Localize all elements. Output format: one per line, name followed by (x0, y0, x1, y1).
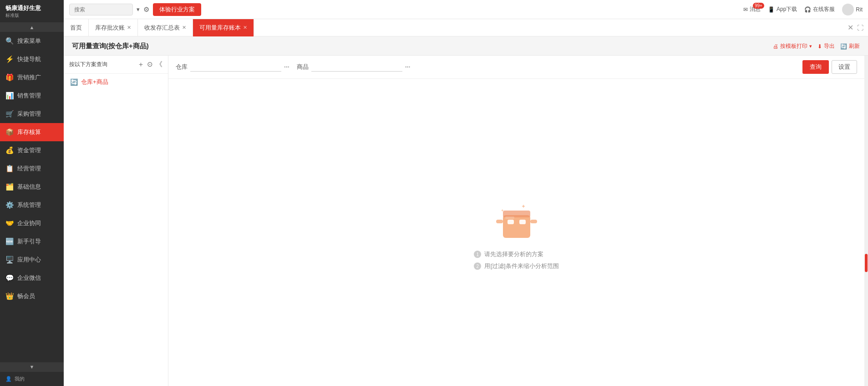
filter-actions: 查询 设置 (802, 60, 857, 74)
product-input[interactable] (311, 63, 402, 72)
print-action[interactable]: 🖨 按模板打印 ▾ (773, 42, 812, 50)
sidebar-nav: 🔍搜索菜单⚡快捷导航🎁营销推广📊销售管理🛒采购管理📦库存核算💰资金管理📋经营管理… (0, 32, 64, 362)
logo: 畅康通好生意 标准版 (0, 0, 64, 23)
sidebar-item-quicknav[interactable]: ⚡快捷导航 (0, 50, 64, 68)
print-icon: 🖨 (773, 43, 778, 50)
dropdown-icon[interactable]: ▾ (137, 6, 140, 13)
sidebar-item-finance[interactable]: 💰资金管理 (0, 141, 64, 160)
sidebar-item-inventory[interactable]: 📦库存核算 (0, 123, 64, 141)
mobile-icon: 📱 (768, 6, 775, 13)
tab-batch-label: 库存批次账 (95, 24, 125, 32)
sidebar-label-guide: 新手引导 (17, 237, 41, 246)
sidebar-icon-sales: 📊 (5, 92, 14, 100)
print-dropdown-icon[interactable]: ▾ (809, 43, 812, 49)
sidebar-bottom-label: 我的 (15, 376, 25, 382)
tab-home-label: 首页 (70, 24, 82, 32)
sidebar-icon-purchase: 🛒 (5, 110, 14, 118)
settings-button[interactable]: 设置 (832, 60, 857, 74)
sidebar-label-inventory: 库存核算 (17, 128, 41, 136)
tab-batch-close[interactable]: ✕ (127, 25, 131, 31)
sidebar-icon-inventory: 📦 (5, 128, 14, 136)
sidebar-icon-marketing: 🎁 (5, 73, 14, 82)
app-download-action[interactable]: 📱 App下载 (768, 5, 797, 13)
sidebar-scroll-down[interactable]: ▼ (0, 362, 64, 371)
settings-scheme-icon[interactable]: ⊙ (147, 60, 153, 69)
sidebar-icon-corpwx: 💬 (5, 274, 14, 282)
sidebar-label-marketing: 营销推广 (17, 73, 41, 82)
filter-bar: 仓库 ··· 商品 ··· 查询 设置 (168, 56, 864, 79)
sidebar-item-corp[interactable]: 🤝企业协同 (0, 214, 64, 232)
tab-batch[interactable]: 库存批次账 ✕ (89, 19, 138, 36)
empty-step-2: 2 用[过滤]条件来缩小分析范围 (474, 262, 558, 270)
sidebar-item-system[interactable]: ⚙️系统管理 (0, 196, 64, 214)
tab-expand-icon[interactable]: ⛶ (857, 24, 863, 31)
refresh-action[interactable]: 🔄 刷新 (840, 42, 860, 50)
warehouse-more-icon[interactable]: ··· (284, 63, 289, 71)
topbar: ▾ ⚙ 体验行业方案 ✉ 消息 99+ 📱 App下载 🎧 在线客服 Rit (64, 0, 868, 19)
sidebar-icon-guide: 🆕 (5, 237, 14, 246)
scheme-item-icon: 🔄 (70, 78, 78, 86)
tab-summary[interactable]: 收发存汇总表 ✕ (138, 19, 193, 36)
left-panel-title: 按以下方案查询 (69, 61, 107, 68)
svg-rect-6 (530, 220, 537, 223)
sidebar-icon-finance: 💰 (5, 146, 14, 154)
tab-available-label: 可用量库存账本 (199, 24, 241, 32)
sidebar-label-system: 系统管理 (17, 201, 41, 209)
search-input[interactable] (69, 4, 133, 15)
tab-available-close[interactable]: ✕ (243, 25, 247, 31)
refresh-icon: 🔄 (840, 43, 847, 50)
product-more-icon[interactable]: ··· (405, 63, 411, 71)
sidebar-item-member[interactable]: 👑畅会员 (0, 287, 64, 305)
tab-summary-close[interactable]: ✕ (182, 25, 186, 31)
tab-home[interactable]: 首页 (64, 19, 89, 36)
sidebar-label-corp: 企业协同 (17, 219, 41, 227)
svg-text:✦: ✦ (501, 208, 504, 213)
sidebar-label-sales: 销售管理 (17, 92, 41, 100)
message-action[interactable]: ✉ 消息 99+ (743, 5, 761, 13)
empty-state: ✦ ✦ 1 请先选择要分析的方案 2 用[过滤]条件来缩小分析范围 (168, 79, 864, 386)
sidebar-item-sales[interactable]: 📊销售管理 (0, 87, 64, 105)
tab-close-icon[interactable]: ✕ (848, 23, 853, 32)
export-action[interactable]: ⬇ 导出 (817, 42, 835, 50)
sidebar-scroll-up[interactable]: ▲ (0, 23, 64, 32)
sidebar-icon-search: 🔍 (5, 37, 14, 45)
scrollbar-thumb (865, 254, 868, 272)
page-header: 可用量查询(按仓库+商品) 🖨 按模板打印 ▾ ⬇ 导出 🔄 刷新 (64, 36, 868, 56)
sidebar-label-purchase: 采购管理 (17, 110, 41, 118)
sidebar-icon-system: ⚙️ (5, 201, 14, 209)
topbar-right: ✉ 消息 99+ 📱 App下载 🎧 在线客服 Rit (743, 4, 863, 15)
right-panel: 仓库 ··· 商品 ··· 查询 设置 (168, 56, 864, 386)
sidebar-item-corpwx[interactable]: 💬企业微信 (0, 269, 64, 287)
scheme-item-warehouse-product[interactable]: 🔄 仓库+商品 (64, 74, 168, 90)
user-menu[interactable]: Rit (842, 4, 863, 15)
add-scheme-icon[interactable]: ＋ (137, 60, 144, 69)
refresh-label: 刷新 (849, 42, 860, 50)
settings-icon[interactable]: ⚙ (143, 5, 149, 14)
sidebar-item-search[interactable]: 🔍搜索菜单 (0, 32, 64, 50)
sidebar-item-guide[interactable]: 🆕新手引导 (0, 232, 64, 251)
sidebar-label-basic: 基础信息 (17, 183, 41, 191)
sidebar-label-operation: 经营管理 (17, 165, 41, 173)
svg-rect-5 (496, 220, 503, 223)
sidebar-item-marketing[interactable]: 🎁营销推广 (0, 68, 64, 87)
sidebar-icon-appcenter: 🖥️ (5, 256, 14, 264)
tab-available[interactable]: 可用量库存账本 ✕ (193, 19, 254, 36)
sidebar-item-appcenter[interactable]: 🖥️应用中心 (0, 251, 64, 269)
query-button[interactable]: 查询 (802, 60, 829, 74)
sidebar-item-basic[interactable]: 🗂️基础信息 (0, 178, 64, 196)
page-header-actions: 🖨 按模板打印 ▾ ⬇ 导出 🔄 刷新 (773, 42, 860, 50)
industry-btn[interactable]: 体验行业方案 (153, 3, 201, 16)
tabs-bar: 首页 库存批次账 ✕ 收发存汇总表 ✕ 可用量库存账本 ✕ ✕ ⛶ (64, 19, 868, 36)
main-area: ▾ ⚙ 体验行业方案 ✉ 消息 99+ 📱 App下载 🎧 在线客服 Rit (64, 0, 868, 386)
collapse-icon[interactable]: 《 (156, 60, 162, 69)
sidebar-item-operation[interactable]: 📋经营管理 (0, 160, 64, 178)
empty-step-1-text: 请先选择要分析的方案 (484, 250, 543, 258)
empty-step-2-text: 用[过滤]条件来缩小分析范围 (484, 262, 558, 270)
right-scrollbar[interactable] (864, 56, 868, 386)
warehouse-input[interactable] (190, 63, 281, 72)
left-panel-header: 按以下方案查询 ＋ ⊙ 《 (64, 56, 168, 74)
sidebar-item-purchase[interactable]: 🛒采购管理 (0, 105, 64, 123)
avatar (842, 4, 854, 15)
online-service-action[interactable]: 🎧 在线客服 (804, 5, 835, 13)
online-service-label: 在线客服 (813, 5, 835, 13)
